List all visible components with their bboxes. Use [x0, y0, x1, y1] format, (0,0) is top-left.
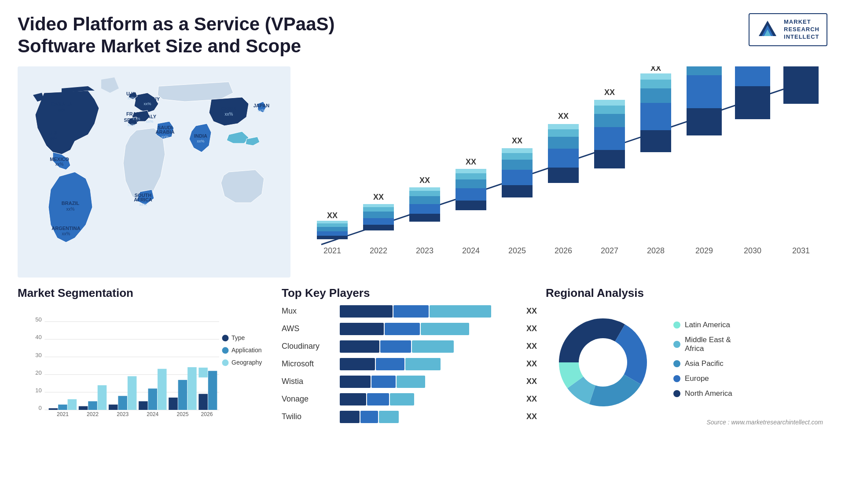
svg-rect-66: [502, 185, 533, 197]
list-item: Microsoft XX: [282, 358, 537, 370]
svg-text:2021: 2021: [57, 411, 69, 417]
legend-item: Asia Pacific: [673, 359, 732, 368]
svg-rect-68: [502, 160, 533, 170]
svg-rect-135: [169, 398, 178, 410]
svg-rect-42: [317, 221, 348, 223]
svg-text:xx%: xx%: [66, 207, 75, 212]
svg-rect-52: [409, 214, 440, 222]
svg-text:XX: XX: [466, 157, 476, 166]
svg-rect-39: [317, 231, 348, 236]
growth-bar-chart: XX 2021 XX 2022: [299, 66, 827, 278]
svg-text:xx%: xx%: [225, 112, 233, 117]
bar-chart-section: XX 2021 XX 2022: [299, 66, 827, 278]
svg-rect-84: [594, 100, 625, 106]
svg-rect-132: [148, 388, 158, 410]
svg-text:2023: 2023: [117, 411, 129, 417]
svg-text:MEXICO: MEXICO: [50, 157, 69, 162]
svg-rect-53: [409, 204, 440, 214]
svg-rect-139: [198, 394, 208, 409]
svg-rect-89: [640, 88, 671, 103]
list-item: Cloudinary XX: [282, 340, 537, 353]
svg-text:50: 50: [35, 316, 42, 323]
svg-text:Geography: Geography: [231, 359, 262, 366]
svg-text:XX: XX: [650, 66, 661, 73]
svg-text:2025: 2025: [176, 411, 188, 417]
svg-text:xx%: xx%: [257, 108, 265, 113]
svg-text:BRAZIL: BRAZIL: [62, 201, 80, 206]
segmentation-title: Market Segmentation: [18, 286, 273, 300]
svg-rect-59: [456, 201, 486, 210]
svg-rect-41: [317, 223, 348, 227]
svg-text:xx%: xx%: [62, 231, 70, 236]
svg-rect-127: [109, 405, 118, 410]
svg-rect-67: [502, 170, 533, 185]
svg-text:ARABIA: ARABIA: [156, 129, 175, 135]
svg-text:xx%: xx%: [127, 96, 135, 100]
svg-rect-69: [502, 153, 533, 160]
svg-text:30: 30: [35, 351, 42, 358]
svg-text:ITALY: ITALY: [143, 114, 157, 119]
svg-text:0: 0: [39, 405, 42, 411]
svg-text:xx%: xx%: [55, 162, 64, 167]
svg-rect-80: [594, 150, 625, 168]
svg-rect-124: [88, 401, 97, 410]
svg-text:AFRICA: AFRICA: [134, 197, 152, 202]
svg-text:2029: 2029: [695, 246, 713, 255]
svg-rect-60: [456, 188, 486, 201]
svg-point-149: [579, 338, 627, 387]
svg-rect-94: [687, 108, 722, 135]
legend-item: Europe: [673, 374, 732, 383]
svg-rect-70: [502, 148, 533, 153]
svg-rect-119: [49, 408, 58, 410]
svg-rect-48: [363, 207, 394, 212]
header: Video Platform as a Service (VPaaS) Soft…: [18, 13, 827, 58]
svg-rect-74: [548, 149, 579, 168]
svg-rect-125: [98, 385, 107, 410]
svg-text:40: 40: [35, 334, 42, 340]
svg-text:2026: 2026: [201, 411, 213, 417]
svg-text:xx%: xx%: [146, 119, 153, 124]
svg-text:20: 20: [35, 369, 42, 376]
segmentation-chart: 0 10 20 30 40 50 60: [18, 305, 273, 428]
svg-text:CANADA: CANADA: [51, 102, 72, 107]
svg-rect-137: [187, 367, 197, 410]
list-item: Vonage XX: [282, 393, 537, 405]
svg-rect-129: [128, 376, 137, 410]
svg-rect-99: [735, 86, 770, 119]
svg-text:10: 10: [35, 387, 42, 394]
svg-rect-45: [363, 225, 394, 230]
legend-item: Latin America: [673, 321, 732, 329]
svg-rect-81: [594, 127, 625, 150]
svg-text:XX: XX: [327, 211, 338, 220]
svg-rect-40: [317, 227, 348, 231]
svg-text:2022: 2022: [87, 411, 99, 417]
svg-rect-123: [79, 406, 88, 409]
svg-text:SPAIN: SPAIN: [124, 117, 139, 123]
svg-text:2027: 2027: [601, 246, 618, 255]
world-map: CANADA xx% U.S. xx% MEXICO xx% BRAZIL xx…: [18, 66, 290, 278]
svg-text:2023: 2023: [416, 246, 434, 255]
svg-point-145: [222, 347, 229, 354]
svg-text:xx%: xx%: [139, 202, 147, 207]
legend-item: Middle East &Africa: [673, 336, 732, 353]
key-players-title: Top Key Players: [282, 286, 537, 300]
svg-text:2031: 2031: [792, 246, 810, 255]
svg-point-143: [222, 335, 229, 341]
svg-rect-133: [158, 369, 167, 409]
players-list: Mux XX AWS: [282, 305, 537, 423]
svg-text:2024: 2024: [462, 246, 480, 255]
svg-rect-103: [783, 66, 819, 104]
svg-rect-55: [409, 191, 440, 196]
svg-rect-100: [735, 66, 770, 86]
svg-rect-120: [58, 405, 67, 410]
svg-rect-75: [548, 137, 579, 149]
svg-rect-96: [687, 66, 722, 75]
svg-text:JAPAN: JAPAN: [254, 103, 270, 108]
svg-text:2024: 2024: [147, 411, 158, 417]
svg-text:XX: XX: [373, 193, 384, 201]
svg-text:xx%: xx%: [143, 102, 151, 106]
svg-text:2030: 2030: [744, 246, 761, 255]
svg-rect-47: [363, 212, 394, 218]
svg-rect-87: [640, 130, 671, 152]
svg-rect-83: [594, 106, 625, 114]
